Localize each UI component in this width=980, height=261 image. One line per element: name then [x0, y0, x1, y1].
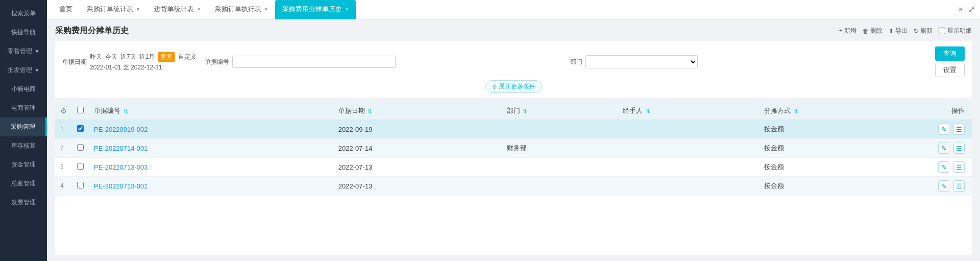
expand-more-row: ∨ 展开更多条件 — [62, 80, 965, 93]
col-date: 单据日期 ⇅ — [333, 102, 502, 120]
row-code-link[interactable]: PE-20220713-003 — [94, 163, 148, 171]
dept-filter-label: 部门 — [570, 58, 582, 66]
col-code: 单据编号 ⇅ — [89, 102, 333, 120]
code-filter-label: 单据编号 — [205, 58, 229, 66]
sidebar-item-库存核算[interactable]: 库存核算 — [0, 136, 47, 155]
row-code: PE-20220713-001 — [89, 177, 333, 196]
row-checkbox[interactable] — [77, 144, 84, 151]
expand-icon: ∨ — [492, 83, 497, 90]
row-dept — [502, 120, 618, 139]
code-filter-input[interactable] — [232, 56, 396, 68]
row-operations: ✎ ☰ — [926, 177, 972, 196]
row-checkbox-cell — [72, 177, 89, 196]
row-edit-button[interactable]: ✎ — [938, 180, 949, 192]
row-number: 4 — [55, 177, 72, 196]
row-code-link[interactable]: PE-20220919-002 — [94, 126, 148, 133]
filter-area: 单据日期 昨天 今天 近7天 近1月 更多 自定义 2022-01-01 至 2… — [55, 41, 972, 98]
tab-close-icon[interactable]: × — [197, 6, 201, 13]
row-operations: ✎ ☰ — [926, 139, 972, 158]
row-date: 2022-07-14 — [333, 139, 502, 158]
sidebar-item-快捷导航[interactable]: 快捷导航 — [0, 23, 47, 42]
tab-close-icon[interactable]: × — [136, 6, 140, 13]
tab-采购费用分摊单历史[interactable]: 采购费用分摊单历史× — [275, 0, 356, 19]
row-detail-button[interactable]: ☰ — [953, 180, 965, 192]
table-header-row: ⚙ 单据编号 ⇅ 单据日期 ⇅ — [55, 102, 972, 120]
more-shortcut[interactable]: 更多 — [158, 52, 175, 62]
dept-filter-select[interactable] — [585, 55, 698, 68]
row-handler — [618, 177, 759, 196]
delete-icon: 🗑 — [863, 28, 869, 35]
row-handler — [618, 158, 759, 177]
row-detail-button[interactable]: ☰ — [953, 161, 965, 173]
row-code-link[interactable]: PE-20220713-001 — [94, 182, 148, 190]
export-button[interactable]: ⬆ 导出 — [889, 27, 908, 35]
tab-首页[interactable]: 首页 — [52, 0, 80, 19]
yesterday-shortcut[interactable]: 昨天 — [90, 53, 102, 61]
tab-close-icon[interactable]: × — [345, 6, 349, 13]
tab-label: 采购订单执行表 — [215, 5, 261, 14]
row-date: 2022-07-13 — [333, 158, 502, 177]
query-button[interactable]: 查询 — [935, 46, 965, 61]
sidebar-item-电商管理[interactable]: 电商管理 — [0, 99, 47, 117]
row-edit-button[interactable]: ✎ — [938, 143, 949, 154]
column-settings-icon[interactable]: ⚙ — [60, 107, 67, 115]
tab-进货单统计表[interactable]: 进货单统计表× — [147, 0, 208, 19]
maximize-window-icon[interactable]: ⤢ — [968, 5, 975, 14]
today-shortcut[interactable]: 今天 — [105, 53, 117, 61]
date-filter: 单据日期 昨天 今天 近7天 近1月 更多 自定义 2022-01-01 至 2… — [62, 52, 197, 72]
sidebar-arrow-icon: ▼ — [33, 67, 40, 73]
sidebar-item-搜索菜单[interactable]: 搜索菜单 — [0, 4, 47, 23]
row-edit-button[interactable]: ✎ — [938, 161, 949, 173]
row-method: 按金额 — [759, 139, 926, 158]
dept-filter: 部门 — [570, 55, 927, 68]
row-edit-button[interactable]: ✎ — [938, 124, 949, 135]
row-code: PE-20220713-003 — [89, 158, 333, 177]
sidebar-item-发票管理[interactable]: 发票管理 — [0, 193, 47, 212]
row-method: 按金额 — [759, 158, 926, 177]
tab-close-icon[interactable]: × — [264, 6, 268, 13]
refresh-icon: ↻ — [914, 28, 919, 35]
row-dept — [502, 158, 618, 177]
sort-dept-icon[interactable]: ⇅ — [523, 108, 527, 114]
row-dept: 财务部 — [502, 139, 618, 158]
show-detail-option[interactable]: 显示明细 — [939, 27, 972, 35]
sidebar-item-小畅电商[interactable]: 小畅电商 — [0, 80, 47, 99]
sort-date-icon[interactable]: ⇅ — [368, 108, 372, 114]
setting-button[interactable]: 设置 — [935, 63, 965, 77]
row-detail-button[interactable]: ☰ — [953, 124, 965, 135]
sidebar-item-资金管理[interactable]: 资金管理 — [0, 155, 47, 174]
row-handler — [618, 120, 759, 139]
row-number: 1 — [55, 120, 72, 139]
delete-button[interactable]: 🗑 删除 — [863, 27, 883, 35]
last7days-shortcut[interactable]: 近7天 — [120, 53, 136, 61]
row-checkbox[interactable] — [77, 125, 84, 132]
show-detail-checkbox[interactable] — [939, 28, 945, 34]
sort-code-icon[interactable]: ⇅ — [124, 108, 128, 114]
row-code-link[interactable]: PE-20220714-001 — [94, 145, 148, 152]
close-window-icon[interactable]: × — [959, 5, 963, 14]
tab-采购订单执行表[interactable]: 采购订单执行表× — [208, 0, 275, 19]
header-actions: + 新增 🗑 删除 ⬆ 导出 ↻ 刷新 显示明细 — [839, 27, 972, 35]
sidebar-item-零售管理[interactable]: 零售管理 ▼ — [0, 42, 47, 61]
sort-method-icon[interactable]: ⇅ — [794, 108, 798, 114]
tab-采购订单统计表[interactable]: 采购订单统计表× — [80, 0, 147, 19]
select-all-checkbox[interactable] — [77, 107, 84, 113]
sidebar-item-批发管理[interactable]: 批发管理 ▼ — [0, 61, 47, 80]
last1month-shortcut[interactable]: 近1月 — [139, 53, 155, 61]
sidebar-item-总账管理[interactable]: 总账管理 — [0, 174, 47, 193]
row-checkbox[interactable] — [77, 182, 84, 188]
expand-more-button[interactable]: ∨ 展开更多条件 — [485, 80, 542, 93]
page-header: 采购费用分摊单历史 + 新增 🗑 删除 ⬆ 导出 ↻ 刷新 显示明细 — [55, 26, 972, 36]
custom-shortcut[interactable]: 自定义 — [178, 53, 197, 61]
col-handler: 经手人 ⇅ — [618, 102, 759, 120]
row-number: 3 — [55, 158, 72, 177]
row-detail-button[interactable]: ☰ — [953, 143, 965, 154]
row-checkbox[interactable] — [77, 163, 84, 170]
col-settings: ⚙ — [55, 102, 72, 120]
add-button[interactable]: + 新增 — [839, 27, 856, 35]
refresh-button[interactable]: ↻ 刷新 — [914, 27, 933, 35]
sort-handler-icon[interactable]: ⇅ — [646, 108, 650, 114]
filter-row: 单据日期 昨天 今天 近7天 近1月 更多 自定义 2022-01-01 至 2… — [62, 46, 965, 77]
sidebar-item-采购管理[interactable]: 采购管理 — [0, 117, 47, 136]
date-range-display: 2022-01-01 至 2022-12-31 — [90, 63, 197, 72]
